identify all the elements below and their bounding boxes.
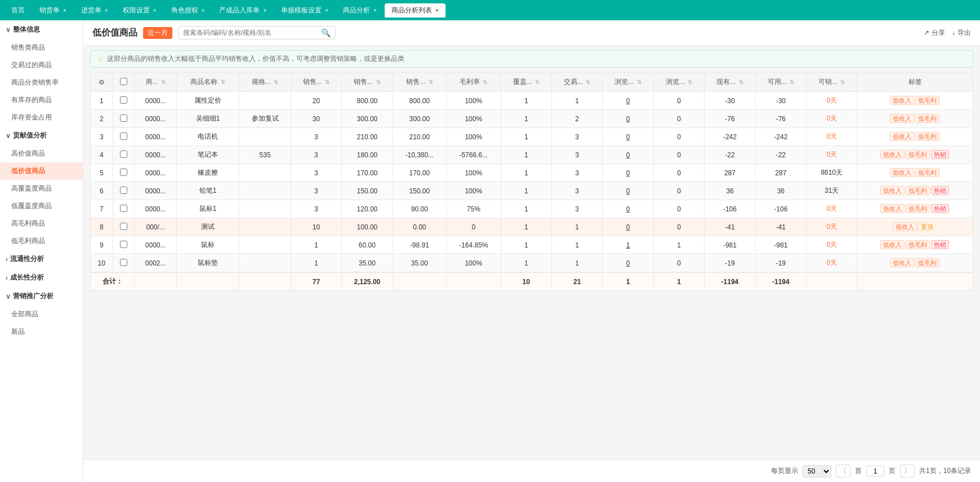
row-checkbox[interactable] xyxy=(120,96,127,104)
cell-view1[interactable]: 0 xyxy=(603,182,653,200)
export-button[interactable]: ↓ 导出 xyxy=(952,28,971,38)
cell-checkbox[interactable] xyxy=(113,146,135,164)
sidebar-item-high-margin[interactable]: 高毛利商品 xyxy=(0,215,83,232)
view1-link[interactable]: 0 xyxy=(626,151,630,159)
cell-view1[interactable]: 0 xyxy=(603,254,653,273)
next-page-button[interactable]: 〉 xyxy=(900,465,915,477)
row-checkbox[interactable] xyxy=(120,241,127,248)
sidebar-item-low-value[interactable]: 低价值商品 xyxy=(0,162,83,180)
cell-view1[interactable]: 0 xyxy=(603,110,653,128)
nav-sales[interactable]: 销货单 × xyxy=(33,3,73,17)
sidebar-item-low-margin[interactable]: 低毛利商品 xyxy=(0,232,83,250)
nav-close-sales[interactable]: × xyxy=(63,7,66,14)
th-view1[interactable]: 浏览... ⇅ xyxy=(603,73,653,92)
sidebar-item-sales-goods[interactable]: 销售类商品 xyxy=(0,39,83,56)
nav-close-product-in[interactable]: × xyxy=(263,7,266,14)
nav-template[interactable]: 单据模板设置 × xyxy=(274,3,335,17)
select-all-checkbox[interactable] xyxy=(120,78,127,85)
view1-link[interactable]: 0 xyxy=(626,223,630,231)
nav-purchase[interactable]: 进货单 × xyxy=(74,3,115,17)
cell-view1[interactable]: 0 xyxy=(603,92,653,110)
table-container[interactable]: ⚙ 商... ⇅ 商品名称 ⇅ 规格... ⇅ 销售... ⇅ 销售... ⇅ … xyxy=(90,72,973,459)
nav-permission[interactable]: 权限设置 × xyxy=(116,3,163,17)
th-spec[interactable]: 规格... ⇅ xyxy=(239,73,291,92)
row-checkbox[interactable] xyxy=(120,205,127,212)
search-input[interactable] xyxy=(183,29,319,37)
nav-close-analysis-list[interactable]: × xyxy=(435,7,439,14)
sidebar-item-new-goods[interactable]: 新品 xyxy=(0,323,83,341)
row-checkbox[interactable] xyxy=(120,169,127,176)
nav-close-role[interactable]: × xyxy=(202,7,205,14)
nav-home[interactable]: 首页 xyxy=(5,3,32,17)
th-sellable[interactable]: 可销... ⇅ xyxy=(807,73,857,92)
view1-link[interactable]: 0 xyxy=(626,187,630,195)
row-checkbox[interactable] xyxy=(120,223,127,230)
cell-view1[interactable]: 0 xyxy=(603,164,653,182)
nav-analysis[interactable]: 商品分析 × xyxy=(336,3,384,17)
cell-checkbox[interactable] xyxy=(113,236,135,254)
sidebar-item-high-value[interactable]: 高价值商品 xyxy=(0,145,83,162)
th-trade[interactable]: 交易... ⇅ xyxy=(551,73,602,92)
row-checkbox[interactable] xyxy=(120,259,127,266)
cell-checkbox[interactable] xyxy=(113,110,135,128)
th-margin[interactable]: 毛利率 ⇅ xyxy=(447,73,501,92)
nav-close-permission[interactable]: × xyxy=(153,7,157,14)
nav-role[interactable]: 角色授权 × xyxy=(164,3,212,17)
row-checkbox[interactable] xyxy=(120,151,127,158)
view1-link[interactable]: 1 xyxy=(626,241,630,249)
cell-view1[interactable]: 0 xyxy=(603,146,653,164)
cell-view1[interactable]: 1 xyxy=(603,236,653,254)
cell-checkbox[interactable] xyxy=(113,254,135,273)
view1-link[interactable]: 0 xyxy=(626,97,630,105)
sidebar-group-growth[interactable]: › 成长性分析 xyxy=(0,268,83,287)
view1-link[interactable]: 0 xyxy=(626,205,630,213)
nav-close-analysis[interactable]: × xyxy=(373,7,377,14)
th-checkbox[interactable] xyxy=(113,73,135,92)
th-coverage[interactable]: 覆盖... ⇅ xyxy=(501,73,551,92)
sidebar-group-marketing[interactable]: ∨ 营销推广分析 xyxy=(0,287,83,306)
cell-view1[interactable]: 0 xyxy=(603,200,653,218)
time-filter-button[interactable]: 近一月 xyxy=(143,27,172,39)
sidebar-item-low-coverage[interactable]: 低覆盖度商品 xyxy=(0,197,83,215)
view1-link[interactable]: 0 xyxy=(626,259,630,267)
th-price[interactable]: 销售... ⇅ xyxy=(342,73,393,92)
sidebar-item-traded-goods[interactable]: 交易过的商品 xyxy=(0,56,83,74)
row-checkbox[interactable] xyxy=(120,132,127,140)
sidebar-item-category-rate[interactable]: 商品分类销售率 xyxy=(0,74,83,91)
settings-icon[interactable]: ⚙ xyxy=(99,78,105,86)
sidebar-item-stock-capital[interactable]: 库存资金占用 xyxy=(0,109,83,126)
cell-checkbox[interactable] xyxy=(113,92,135,110)
cell-view1[interactable]: 0 xyxy=(603,128,653,146)
sidebar-item-high-coverage[interactable]: 高覆盖度商品 xyxy=(0,180,83,197)
search-icon[interactable]: 🔍 xyxy=(321,28,331,37)
sidebar-group-contribution[interactable]: ∨ 贡献值分析 xyxy=(0,126,83,145)
sidebar-item-stock-goods[interactable]: 有库存的商品 xyxy=(0,91,83,109)
view1-link[interactable]: 0 xyxy=(626,133,630,141)
row-checkbox[interactable] xyxy=(120,187,127,194)
th-code[interactable]: 商... ⇅ xyxy=(135,73,176,92)
view1-link[interactable]: 0 xyxy=(626,169,630,177)
th-qty[interactable]: 销售... ⇅ xyxy=(291,73,341,92)
page-size-select[interactable]: 50 100 200 xyxy=(803,465,831,477)
cell-view1[interactable]: 0 xyxy=(603,218,653,236)
th-current[interactable]: 现有... ⇅ xyxy=(705,73,755,92)
th-name[interactable]: 商品名称 ⇅ xyxy=(176,73,239,92)
view1-link[interactable]: 0 xyxy=(626,115,630,123)
cell-checkbox[interactable] xyxy=(113,128,135,146)
th-available[interactable]: 可用... ⇅ xyxy=(755,73,806,92)
nav-close-template[interactable]: × xyxy=(325,7,328,14)
nav-product-in[interactable]: 产成品入库单 × xyxy=(212,3,273,17)
th-view2[interactable]: 浏览... ⇅ xyxy=(653,73,704,92)
sidebar-group-flow[interactable]: › 流通性分析 xyxy=(0,250,83,268)
nav-analysis-list[interactable]: 商品分析列表 × xyxy=(385,3,446,17)
page-number-input[interactable] xyxy=(866,466,884,477)
sidebar-group-overall[interactable]: ∨ 整体信息 xyxy=(0,20,83,39)
th-amount[interactable]: 销售... ⇅ xyxy=(393,73,446,92)
cell-checkbox[interactable] xyxy=(113,182,135,200)
cell-checkbox[interactable] xyxy=(113,164,135,182)
nav-close-purchase[interactable]: × xyxy=(105,7,108,14)
share-button[interactable]: ↗ 分享 xyxy=(924,28,945,38)
first-page-button[interactable]: 〈 xyxy=(836,465,850,477)
cell-checkbox[interactable] xyxy=(113,200,135,218)
row-checkbox[interactable] xyxy=(120,114,127,122)
